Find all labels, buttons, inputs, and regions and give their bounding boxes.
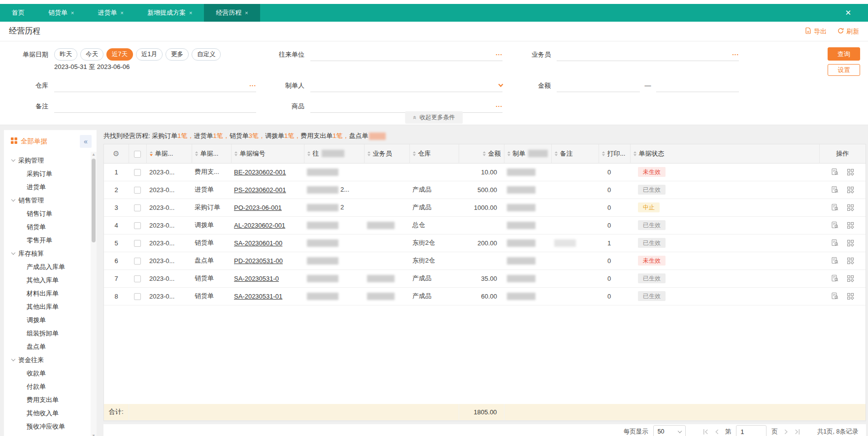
date-pill-近7天[interactable]: 近7天 [106, 48, 133, 61]
product-input[interactable] [310, 100, 493, 112]
date-range-value[interactable]: 2023-05-31 至 2023-06-06 [54, 63, 221, 71]
doc-link[interactable]: PS-20230602-001 [234, 186, 286, 194]
doc-link[interactable]: BE-20230602-001 [234, 168, 286, 176]
refresh-button[interactable]: 刷新 [837, 27, 859, 36]
tree-group-采购管理[interactable]: 采购管理 [4, 154, 97, 167]
partner-input[interactable] [310, 48, 493, 61]
sidebar-item-费用支出单[interactable]: 费用支出单 [4, 393, 97, 406]
scroll-down-icon[interactable]: ▼ [91, 433, 97, 436]
more-actions-icon[interactable] [847, 168, 854, 176]
view-document-icon[interactable] [831, 221, 839, 229]
prev-page-button[interactable] [714, 429, 720, 435]
close-icon[interactable]: ✕ [845, 4, 851, 22]
header-maker[interactable]: 制单 [504, 144, 551, 163]
sidebar-item-销售订单[interactable]: 销售订单 [4, 207, 97, 220]
sidebar-item-组装拆卸单[interactable]: 组装拆卸单 [4, 327, 97, 340]
more-actions-icon[interactable] [847, 239, 854, 247]
tab-close-icon[interactable]: × [120, 10, 123, 16]
sidebar-scrollbar[interactable]: ▲ ▼ [91, 152, 97, 436]
page-input[interactable] [736, 425, 767, 436]
sidebar-item-进货单[interactable]: 进货单 [4, 180, 97, 194]
tab-close-icon[interactable]: × [189, 10, 192, 16]
row-checkbox[interactable] [134, 204, 141, 211]
tree-group-销售管理[interactable]: 销售管理 [4, 194, 97, 207]
sidebar-item-销货单[interactable]: 销货单 [4, 220, 97, 234]
more-actions-icon[interactable] [847, 222, 854, 229]
sidebar-item-其他收入单[interactable]: 其他收入单 [4, 406, 97, 420]
tab-经营历程[interactable]: 经营历程× [204, 4, 260, 22]
tab-新增提成方案[interactable]: 新增提成方案× [135, 4, 204, 22]
header-date[interactable]: 单据... [146, 144, 192, 163]
more-actions-icon[interactable] [847, 186, 854, 194]
sidebar-item-零售开单[interactable]: 零售开单 [4, 234, 97, 247]
more-actions-icon[interactable] [847, 275, 854, 282]
sidebar-item-预付冲应付单[interactable]: 预付冲应付单 [4, 433, 97, 436]
view-document-icon[interactable] [831, 274, 839, 282]
last-page-button[interactable] [794, 429, 801, 435]
scroll-up-icon[interactable]: ▲ [91, 152, 97, 158]
sidebar-item-收款单[interactable]: 收款单 [4, 367, 97, 380]
view-document-icon[interactable] [831, 203, 839, 211]
partner-picker-icon[interactable]: ... [496, 50, 502, 59]
header-note[interactable]: 备注 [551, 144, 599, 163]
sidebar-collapse-button[interactable]: « [80, 135, 92, 148]
row-checkbox[interactable] [134, 275, 141, 282]
amount-min-input[interactable] [557, 79, 640, 92]
scrollbar-thumb[interactable] [92, 159, 96, 242]
header-amount[interactable]: 金额 [459, 144, 504, 163]
header-warehouse[interactable]: 仓库 [409, 144, 459, 163]
header-print[interactable]: 打印... [599, 144, 630, 163]
amount-max-input[interactable] [656, 79, 739, 92]
row-checkbox[interactable] [134, 240, 141, 247]
more-actions-icon[interactable] [847, 204, 854, 211]
view-document-icon[interactable] [831, 257, 839, 265]
first-page-button[interactable] [702, 429, 709, 435]
sidebar-item-其他入库单[interactable]: 其他入库单 [4, 273, 97, 287]
per-page-select[interactable]: 50 [653, 425, 686, 436]
tree-group-资金往来[interactable]: 资金往来 [4, 353, 97, 367]
view-document-icon[interactable] [831, 168, 839, 176]
tab-首页[interactable]: 首页 [0, 4, 36, 22]
header-docno[interactable]: 单据编号 [231, 144, 304, 163]
sidebar-item-预收冲应收单[interactable]: 预收冲应收单 [4, 420, 97, 433]
tab-进货单[interactable]: 进货单× [86, 4, 135, 22]
date-pill-今天[interactable]: 今天 [80, 48, 103, 61]
tab-close-icon[interactable]: × [245, 10, 248, 16]
export-button[interactable]: 导出 [805, 27, 827, 36]
header-type[interactable]: 单据... [192, 144, 231, 163]
salesman-picker-icon[interactable]: ... [732, 50, 739, 59]
tab-销货单[interactable]: 销货单× [36, 4, 86, 22]
next-page-button[interactable] [783, 429, 789, 435]
row-checkbox[interactable] [134, 187, 141, 194]
warehouse-picker-icon[interactable]: ... [249, 81, 256, 90]
sidebar-item-付款单[interactable]: 付款单 [4, 380, 97, 393]
select-all-checkbox[interactable] [134, 151, 141, 158]
view-document-icon[interactable] [831, 239, 839, 247]
sidebar-item-其他出库单[interactable]: 其他出库单 [4, 300, 97, 313]
view-document-icon[interactable] [831, 186, 839, 194]
doc-link[interactable]: SA-20230531-01 [234, 293, 282, 300]
collapse-conditions-button[interactable]: « 收起更多条件 [405, 111, 463, 124]
date-pill-昨天[interactable]: 昨天 [54, 48, 77, 61]
doc-link[interactable]: PD-20230531-00 [234, 257, 283, 265]
tab-close-icon[interactable]: × [71, 10, 74, 16]
sidebar-item-采购订单[interactable]: 采购订单 [4, 167, 97, 180]
doc-link[interactable]: SA-20230601-00 [234, 239, 282, 247]
sidebar-item-调拨单[interactable]: 调拨单 [4, 313, 97, 327]
note-input[interactable] [54, 100, 256, 112]
doc-link[interactable]: SA-20230531-0 [234, 275, 279, 282]
view-document-icon[interactable] [831, 292, 839, 300]
tree-group-库存核算[interactable]: 库存核算 [4, 247, 97, 260]
product-picker-icon[interactable]: ... [496, 101, 502, 111]
maker-input[interactable] [310, 79, 496, 92]
more-actions-icon[interactable] [847, 293, 854, 300]
date-pill-更多[interactable]: 更多 [166, 48, 189, 61]
row-checkbox[interactable] [134, 293, 141, 300]
query-button[interactable]: 查询 [828, 47, 860, 61]
header-partner[interactable]: 往 [304, 144, 364, 163]
salesman-input[interactable] [557, 48, 729, 61]
row-checkbox[interactable] [134, 258, 141, 265]
warehouse-input[interactable] [54, 79, 246, 92]
row-checkbox[interactable] [134, 169, 141, 176]
row-checkbox[interactable] [134, 222, 141, 229]
